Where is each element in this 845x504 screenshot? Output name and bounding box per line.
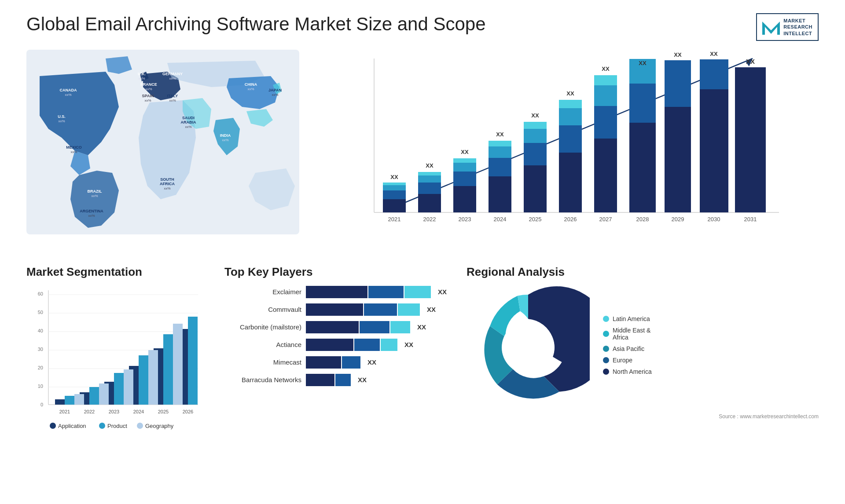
bar-seg2 (364, 303, 397, 316)
bar-2030-seg1 (700, 89, 728, 212)
bar-2024-seg2 (489, 158, 511, 176)
svg-text:20: 20 (38, 365, 43, 370)
seg-geo-2023 (124, 369, 133, 405)
bar-seg3 (381, 339, 397, 351)
player-row-barracuda: Barracuda Networks XX (224, 374, 453, 386)
bar-2026-seg2 (559, 125, 582, 153)
svg-text:2026: 2026 (183, 409, 193, 414)
svg-text:xx%: xx% (65, 93, 71, 97)
seg-geo-2024 (148, 350, 158, 405)
legend-latam-dot (603, 316, 609, 322)
bar-2025-year: 2025 (529, 216, 542, 223)
seg-prod-2021 (65, 396, 74, 405)
bar-2025-seg2 (524, 143, 547, 165)
bar-seg1 (306, 356, 341, 369)
player-name-commvault: Commvault (224, 306, 301, 313)
map-label-mexico: MEXICO (66, 145, 82, 150)
svg-text:xx%: xx% (247, 87, 254, 91)
bar-2027-seg4 (594, 75, 617, 85)
svg-text:ARABIA: ARABIA (181, 120, 196, 124)
svg-text:xx%: xx% (138, 77, 145, 80)
bar-seg1 (306, 286, 367, 298)
bar-2030-label: XX (710, 51, 718, 57)
donut-segments (484, 286, 590, 398)
seg-geo-2021 (74, 394, 84, 405)
legend-na: North America (603, 368, 652, 375)
svg-text:2022: 2022 (84, 409, 95, 414)
bar-seg1 (306, 339, 353, 351)
top-sections: CANADA xx% U.S. xx% MEXICO xx% BRAZIL xx… (26, 50, 819, 252)
bar-2024-year: 2024 (494, 216, 507, 223)
svg-text:40: 40 (38, 328, 43, 333)
bar-2026-year: 2026 (564, 216, 577, 223)
bar-2031-year: 2031 (744, 216, 757, 223)
map-label-uk: U.K. (138, 72, 146, 76)
donut-container: Latin America Middle East &Africa Asia P… (467, 286, 819, 409)
bar-2021-year: 2021 (388, 216, 401, 223)
bar-2021-seg2 (383, 190, 406, 199)
bar-2028-seg1 (629, 123, 656, 212)
bar-2021-seg1 (383, 199, 406, 212)
legend-europe-dot (603, 357, 609, 363)
bottom-sections: Market Segmentation 0 10 20 30 40 50 60 (26, 265, 819, 476)
bar-2022-seg2 (418, 183, 441, 194)
bar-2028-year: 2028 (636, 216, 649, 223)
logo-text: MARKET RESEARCH INTELLECT (783, 18, 812, 37)
bar-2031-seg1 (735, 67, 766, 212)
player-bar-barracuda (306, 374, 351, 386)
bar-2026-seg1 (559, 153, 582, 212)
donut-center (502, 321, 555, 374)
bar-seg2 (335, 374, 351, 386)
bar-seg1 (306, 374, 334, 386)
legend-na-dot (603, 369, 609, 375)
svg-text:xx%: xx% (185, 125, 191, 129)
bar-2030-seg2 (700, 59, 728, 89)
legend-geo-icon (137, 423, 143, 429)
svg-text:xx%: xx% (88, 214, 95, 218)
seg-geo-2025 (173, 324, 183, 405)
bar-seg2 (342, 356, 360, 369)
player-row-exclaimer: Exclaimer XX (224, 286, 453, 298)
donut-chart (467, 286, 590, 409)
regional-section: Regional Analysis (467, 265, 819, 476)
seg-prod-2024 (139, 355, 148, 405)
player-bar-commvault (306, 303, 420, 316)
svg-text:xx%: xx% (164, 186, 170, 190)
bar-2023-seg1 (453, 186, 476, 212)
bar-2023-label: XX (461, 149, 469, 155)
legend-na-label: North America (613, 368, 652, 375)
svg-text:0: 0 (40, 402, 43, 407)
player-name-barracuda: Barracuda Networks (224, 376, 301, 383)
legend-europe: Europe (603, 357, 652, 364)
map-label-germany: GERMANY (162, 72, 183, 76)
bar-2029-year: 2029 (672, 216, 684, 223)
bar-2027-year: 2027 (599, 216, 612, 223)
segmentation-section: Market Segmentation 0 10 20 30 40 50 60 (26, 265, 211, 476)
svg-text:xx%: xx% (272, 93, 278, 97)
bar-2022-label: XX (426, 162, 434, 169)
player-val-carbonite: XX (417, 323, 426, 331)
player-bar-actiance (306, 339, 397, 351)
bar-seg2 (360, 321, 389, 333)
bar-2024-label: XX (496, 131, 504, 138)
bar-2022-year: 2022 (423, 216, 436, 223)
segmentation-chart: 0 10 20 30 40 50 60 (26, 286, 211, 435)
bar-seg1 (306, 303, 363, 316)
legend-apac-label: Asia Pacific (613, 345, 644, 352)
player-val-mimecast: XX (367, 358, 376, 366)
legend-mea-dot (603, 331, 609, 337)
svg-text:2025: 2025 (158, 409, 169, 414)
bar-2030-year: 2030 (708, 216, 720, 223)
svg-text:xx%: xx% (144, 99, 151, 102)
bar-2027-seg1 (594, 139, 617, 212)
map-label-india: INDIA (220, 133, 231, 138)
seg-prod-2025 (163, 334, 173, 405)
map-section: CANADA xx% U.S. xx% MEXICO xx% BRAZIL xx… (26, 50, 299, 252)
seg-prod-2023 (114, 373, 124, 405)
player-val-exclaimer: XX (438, 288, 447, 296)
svg-text:2023: 2023 (109, 409, 119, 414)
bar-2021-label: XX (390, 174, 398, 180)
seg-prod-2026 (188, 317, 198, 405)
map-label-canada: CANADA (60, 88, 77, 92)
map-label-spain: SPAIN (142, 94, 154, 98)
